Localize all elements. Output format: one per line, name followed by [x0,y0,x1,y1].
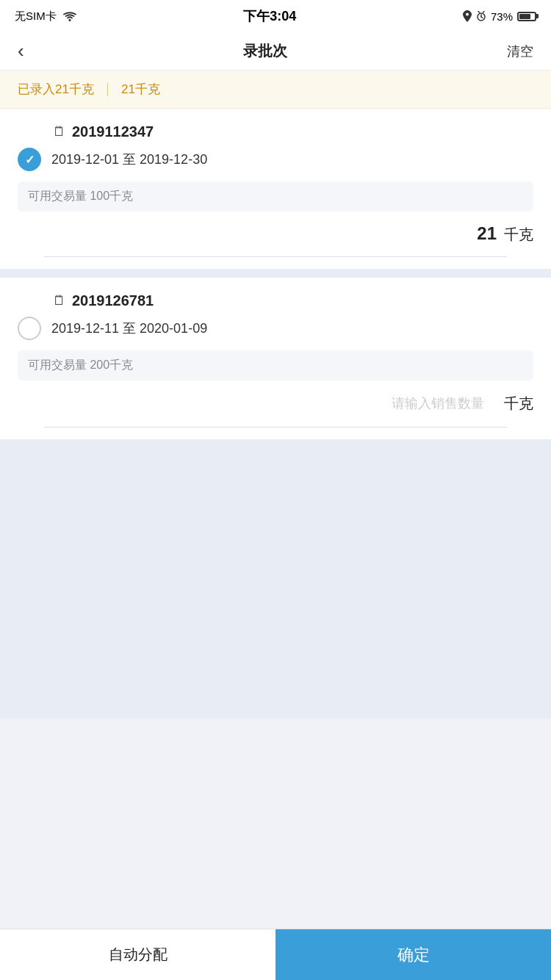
input-unit-2: 千克 [504,394,533,414]
amount-label: 21千克 [121,81,160,98]
qty-value-1: 21 [477,223,497,244]
svg-line-4 [481,17,483,18]
confirm-button[interactable]: 确定 [276,929,551,980]
battery-icon [517,12,536,21]
battery-percent: 73% [491,10,513,23]
recorded-label: 已录入21千克 [18,81,94,98]
clear-button[interactable]: 清空 [507,43,533,60]
back-button[interactable]: ‹ [18,40,24,62]
radio-1[interactable] [18,148,41,171]
qty-unit-1: 千克 [504,225,533,245]
wifi-icon [62,11,77,22]
svg-point-0 [68,19,71,21]
svg-line-5 [478,12,480,13]
qty-row-1: 21 千克 [0,212,551,256]
bottom-bar: 自动分配 确定 [0,929,551,980]
batch-available-2: 可用交易量 200千克 [18,350,533,381]
batch-id-1: 2019112347 [72,123,154,140]
batch-available-1: 可用交易量 100千克 [18,181,533,212]
sim-text: 无SIM卡 [15,10,57,24]
batch-id-2: 2019126781 [72,292,154,309]
batch-date-1: 2019-12-01 至 2019-12-30 [51,151,207,168]
nav-title: 录批次 [243,41,287,61]
svg-point-1 [466,13,469,16]
info-divider [107,83,108,96]
batch-date-row-1[interactable]: 2019-12-01 至 2019-12-30 [18,148,533,171]
available-text-2: 可用交易量 200千克 [28,359,133,371]
batch-date-row-2[interactable]: 2019-12-11 至 2020-01-09 [18,317,533,340]
qty-input-2[interactable] [18,396,495,411]
svg-line-6 [483,12,484,13]
radio-2[interactable] [18,317,41,340]
section-divider [0,269,551,278]
nav-bar: ‹ 录批次 清空 [0,32,551,71]
status-bar: 无SIM卡 下午3:04 73% [0,0,551,32]
location-icon [463,10,472,22]
batch-id-row-1: 🗒 2019112347 [53,123,533,140]
batch-card-2: 🗒 2019126781 2019-12-11 至 2020-01-09 可用交… [0,278,551,439]
status-right: 73% [463,10,536,23]
empty-area [0,439,551,718]
status-time: 下午3:04 [243,7,296,25]
batch-id-row-2: 🗒 2019126781 [53,292,533,309]
input-row-2: 千克 [0,381,551,427]
batch-card-1: 🗒 2019112347 2019-12-01 至 2019-12-30 可用交… [0,109,551,269]
info-banner: 已录入21千克 21千克 [0,71,551,109]
batch-icon-2: 🗒 [53,293,66,309]
auto-distribute-button[interactable]: 自动分配 [0,929,276,980]
alarm-icon [476,11,486,21]
available-text-1: 可用交易量 100千克 [28,190,133,202]
status-left: 无SIM卡 [15,10,77,24]
batch-icon-1: 🗒 [53,124,66,140]
batch-date-2: 2019-12-11 至 2020-01-09 [51,320,207,337]
